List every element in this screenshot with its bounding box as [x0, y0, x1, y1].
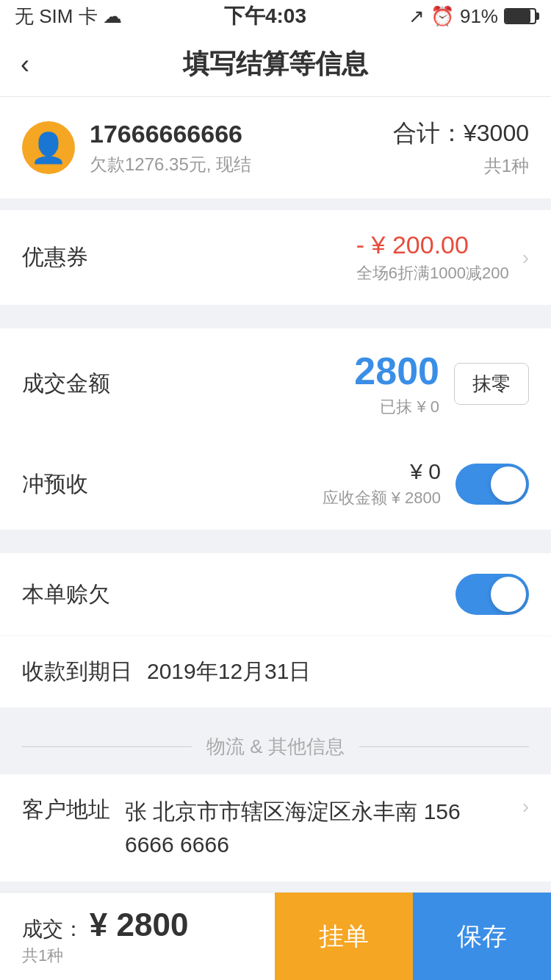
amount-section: 成交金额 2800 已抹 ¥ 0 抹零 [0, 328, 551, 439]
status-left: 无 SIM 卡 ☁ [15, 4, 122, 29]
address-chevron-icon: › [522, 795, 529, 818]
avatar-icon: 👤 [30, 131, 67, 165]
sim-label: 无 SIM 卡 ☁ [15, 4, 122, 29]
address-value: 张 北京市市辖区海淀区永丰南 156 6666 6666 [125, 795, 502, 861]
chong-right: ¥ 0 应收金额 ¥ 2800 [323, 459, 529, 509]
customer-phone: 17666666666 [90, 120, 251, 148]
hang-single-button[interactable]: 挂单 [275, 893, 413, 980]
customer-card: 👤 17666666666 欠款1276.35元, 现结 合计：¥3000 共1… [0, 97, 551, 198]
logistics-divider: 物流 & 其他信息 [0, 719, 551, 774]
due-label: 收款到期日 [22, 657, 132, 687]
deal-right: 2800 已抹 ¥ 0 抹零 [354, 349, 529, 418]
toggle-knob [491, 466, 526, 502]
content-area: 👤 17666666666 欠款1276.35元, 现结 合计：¥3000 共1… [0, 97, 551, 980]
chong-row: 冲预收 ¥ 0 应收金额 ¥ 2800 [0, 439, 551, 530]
bendan-toggle-knob [491, 577, 526, 612]
customer-info: 17666666666 欠款1276.35元, 现结 [90, 120, 251, 176]
due-date-row: 收款到期日 2019年12月31日 [0, 636, 551, 707]
chong-amount: ¥ 0 [323, 459, 441, 484]
coupon-desc: 全场6折满1000减200 [356, 262, 509, 284]
status-bar: 无 SIM 卡 ☁ 下午4:03 ↗ ⏰ 91% [0, 0, 551, 32]
save-button[interactable]: 保存 [413, 893, 551, 980]
chong-amount-block: ¥ 0 应收金额 ¥ 2800 [323, 459, 441, 509]
deal-amount-row: 成交金额 2800 已抹 ¥ 0 抹零 [22, 328, 529, 439]
total-count: 共1种 [393, 154, 529, 178]
battery-label: 91% [460, 5, 498, 28]
alarm-icon: ⏰ [431, 5, 454, 28]
due-value: 2019年12月31日 [147, 657, 311, 687]
bendan-toggle[interactable] [455, 574, 529, 615]
deal-label: 成交金额 [22, 369, 110, 399]
round-button[interactable]: 抹零 [454, 363, 529, 405]
section-divider-1 [0, 317, 551, 328]
chong-label: 冲预收 [22, 469, 88, 500]
back-button[interactable]: ‹ [21, 49, 29, 80]
bottom-deal-label: 成交： ¥ 2800 [22, 907, 253, 943]
page-title: 填写结算等信息 [183, 46, 368, 82]
address-label: 客户地址 [22, 795, 110, 825]
bendan-section: 本单赊欠 [0, 553, 551, 635]
bottom-deal-text: 成交： [22, 918, 84, 940]
address-row[interactable]: 客户地址 张 北京市市辖区海淀区永丰南 156 6666 6666 › [0, 774, 551, 882]
logistics-label: 物流 & 其他信息 [206, 734, 345, 760]
customer-debt: 欠款1276.35元, 现结 [90, 153, 251, 176]
bendan-label: 本单赊欠 [22, 580, 110, 610]
bottom-bar: 成交： ¥ 2800 共1种 挂单 保存 [0, 892, 551, 980]
location-icon: ↗ [408, 5, 425, 28]
coupon-discount: - ¥ 200.00 [356, 231, 509, 259]
chong-toggle[interactable] [455, 464, 529, 505]
divider-line-left [22, 746, 192, 747]
nav-bar: ‹ 填写结算等信息 [0, 32, 551, 97]
coupon-right: - ¥ 200.00 全场6折满1000减200 › [356, 231, 529, 284]
status-right: ↗ ⏰ 91% [408, 5, 536, 28]
bottom-actions: 挂单 保存 [275, 893, 551, 980]
deal-sub: 已抹 ¥ 0 [354, 396, 439, 418]
coupon-row[interactable]: 优惠券 - ¥ 200.00 全场6折满1000减200 › [0, 210, 551, 305]
bottom-info: 成交： ¥ 2800 共1种 [0, 907, 275, 967]
deal-value: 2800 [354, 349, 439, 393]
total-amount: 合计：¥3000 [393, 118, 529, 150]
customer-right: 合计：¥3000 共1种 [393, 118, 529, 178]
customer-left: 👤 17666666666 欠款1276.35元, 现结 [22, 120, 251, 176]
chong-sub: 应收金额 ¥ 2800 [323, 487, 441, 509]
battery-icon [504, 8, 536, 24]
bottom-amount: ¥ 2800 [90, 907, 189, 943]
section-divider-2 [0, 530, 551, 541]
coupon-label: 优惠券 [22, 242, 88, 273]
avatar: 👤 [22, 121, 75, 174]
divider-line-right [359, 746, 529, 747]
chevron-right-icon: › [522, 246, 529, 270]
bottom-count: 共1种 [22, 945, 253, 967]
status-time: 下午4:03 [224, 2, 306, 30]
